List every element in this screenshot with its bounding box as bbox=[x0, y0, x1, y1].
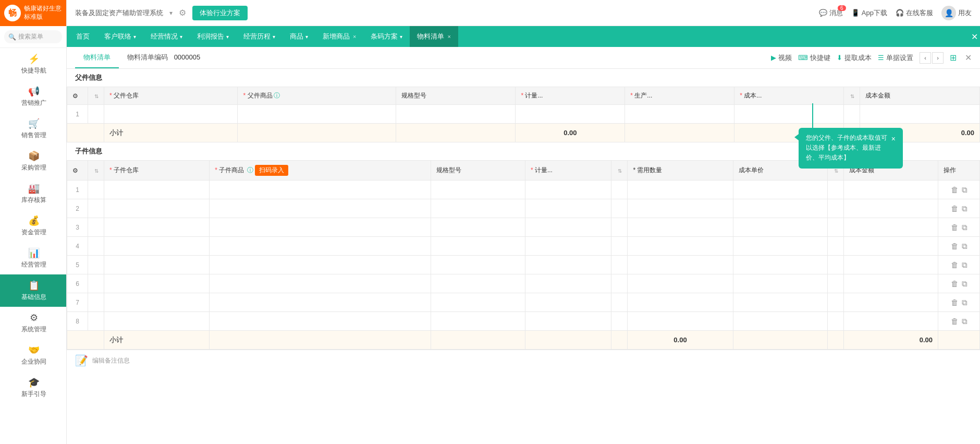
sidebar-item-system[interactable]: ⚙ 系统管理 bbox=[0, 307, 66, 339]
search-input[interactable]: 🔍 搜索菜单 bbox=[4, 30, 62, 43]
bottom-bar-text[interactable]: 编辑备注信息 bbox=[92, 356, 130, 365]
child-row-product-4[interactable] bbox=[210, 237, 431, 256]
prev-btn[interactable]: ‹ bbox=[920, 52, 931, 64]
child-row-warehouse-3[interactable] bbox=[104, 218, 210, 237]
tab-new-product[interactable]: 新增商品 × bbox=[315, 26, 363, 47]
child-row-unit-cost-8[interactable] bbox=[733, 312, 827, 331]
child-row-req-qty-6[interactable] bbox=[628, 274, 733, 293]
child-row-spec-5[interactable] bbox=[431, 256, 525, 274]
sidebar-item-inventory[interactable]: 🏭 库存核算 bbox=[0, 177, 66, 210]
child-row-unit-cost-7[interactable] bbox=[733, 293, 827, 312]
child-row-req-qty-7[interactable] bbox=[628, 293, 733, 312]
extract-cost-action[interactable]: ⬇ 提取成本 bbox=[837, 53, 872, 63]
copy-icon-5[interactable]: ⧉ bbox=[962, 260, 967, 270]
child-row-unit-7[interactable] bbox=[525, 293, 611, 312]
child-row-product-1[interactable] bbox=[210, 181, 431, 199]
child-row-spec-3[interactable] bbox=[431, 218, 525, 237]
close-page-btn[interactable]: ✕ bbox=[965, 53, 972, 63]
child-row-product-3[interactable] bbox=[210, 218, 431, 237]
parent-row-production[interactable] bbox=[625, 105, 734, 124]
child-row-req-qty-4[interactable] bbox=[628, 237, 733, 256]
tab-profit[interactable]: 利润报告 ▾ bbox=[190, 26, 236, 47]
child-row-warehouse-4[interactable] bbox=[104, 237, 210, 256]
online-service-btn[interactable]: 🎧 在线客服 bbox=[896, 8, 933, 18]
child-row-unit-cost-3[interactable] bbox=[733, 218, 827, 237]
tab-products[interactable]: 商品 ▾ bbox=[283, 26, 315, 47]
parent-row-product[interactable] bbox=[238, 105, 396, 124]
experience-btn[interactable]: 体验行业方案 bbox=[192, 6, 248, 20]
child-row-spec-6[interactable] bbox=[431, 274, 525, 293]
child-row-spec-8[interactable] bbox=[431, 312, 525, 331]
tab-barcode[interactable]: 条码方案 ▾ bbox=[363, 26, 410, 47]
tab-new-product-close[interactable]: × bbox=[353, 33, 356, 40]
video-action[interactable]: ▶ 视频 bbox=[771, 53, 792, 63]
child-row-unit-8[interactable] bbox=[525, 312, 611, 331]
child-row-unit-cost-6[interactable] bbox=[733, 274, 827, 293]
close-page-icon[interactable]: ✕ bbox=[971, 32, 978, 42]
child-row-unit-5[interactable] bbox=[525, 256, 611, 274]
search-area[interactable]: 🔍 搜索菜单 bbox=[0, 26, 66, 48]
sub-tab-bom-code[interactable]: 物料清单编码 0000005 bbox=[119, 47, 209, 68]
copy-icon-7[interactable]: ⧉ bbox=[962, 298, 967, 307]
child-row-req-qty-8[interactable] bbox=[628, 312, 733, 331]
sidebar-item-collab[interactable]: 🤝 企业协同 bbox=[0, 339, 66, 371]
tab-history[interactable]: 经营历程 ▾ bbox=[236, 26, 283, 47]
child-row-unit-cost-1[interactable] bbox=[733, 181, 827, 199]
child-row-product-8[interactable] bbox=[210, 312, 431, 331]
delete-icon-6[interactable]: 🗑 bbox=[951, 279, 959, 288]
sidebar-item-marketing[interactable]: 📢 营销推广 bbox=[0, 80, 66, 113]
sidebar-item-basic[interactable]: 📋 基础信息 bbox=[0, 274, 66, 307]
child-row-warehouse-6[interactable] bbox=[104, 274, 210, 293]
parent-row-cost[interactable] bbox=[734, 105, 844, 124]
copy-icon-3[interactable]: ⧉ bbox=[962, 223, 967, 232]
tab-home[interactable]: 首页 bbox=[69, 26, 97, 47]
delete-icon-1[interactable]: 🗑 bbox=[951, 185, 959, 194]
child-row-unit-cost-5[interactable] bbox=[733, 256, 827, 274]
delete-icon-4[interactable]: 🗑 bbox=[951, 242, 959, 250]
child-row-product-2[interactable] bbox=[210, 199, 431, 218]
messages-btn[interactable]: 💬 6 消息 bbox=[819, 8, 843, 18]
single-setup-action[interactable]: ☰ 单据设置 bbox=[878, 53, 913, 63]
child-row-unit-cost-2[interactable] bbox=[733, 199, 827, 218]
child-row-unit-4[interactable] bbox=[525, 237, 611, 256]
parent-th-settings[interactable]: ⚙ bbox=[67, 87, 88, 105]
copy-icon-1[interactable]: ⧉ bbox=[962, 185, 967, 195]
child-row-unit-2[interactable] bbox=[525, 199, 611, 218]
child-row-unit-6[interactable] bbox=[525, 274, 611, 293]
child-row-req-qty-5[interactable] bbox=[628, 256, 733, 274]
delete-icon-8[interactable]: 🗑 bbox=[951, 317, 959, 326]
copy-icon-8[interactable]: ⧉ bbox=[962, 317, 967, 326]
parent-row-unit[interactable] bbox=[516, 105, 625, 124]
child-row-spec-1[interactable] bbox=[431, 181, 525, 199]
child-row-spec-2[interactable] bbox=[431, 199, 525, 218]
child-row-warehouse-5[interactable] bbox=[104, 256, 210, 274]
copy-icon-4[interactable]: ⧉ bbox=[962, 242, 967, 251]
child-row-unit-cost-4[interactable] bbox=[733, 237, 827, 256]
copy-icon-6[interactable]: ⧉ bbox=[962, 279, 967, 289]
child-product-info-icon[interactable]: ⓘ bbox=[247, 166, 253, 174]
shortcut-action[interactable]: ⌨ 快捷键 bbox=[798, 53, 830, 63]
child-row-product-5[interactable] bbox=[210, 256, 431, 274]
child-row-warehouse-2[interactable] bbox=[104, 199, 210, 218]
child-row-req-qty-1[interactable] bbox=[628, 181, 733, 199]
child-row-product-6[interactable] bbox=[210, 274, 431, 293]
parent-row-warehouse[interactable] bbox=[104, 105, 238, 124]
child-row-warehouse-8[interactable] bbox=[104, 312, 210, 331]
child-row-unit-3[interactable] bbox=[525, 218, 611, 237]
delete-icon-2[interactable]: 🗑 bbox=[951, 204, 959, 213]
child-row-warehouse-1[interactable] bbox=[104, 181, 210, 199]
sidebar-item-purchase[interactable]: 📦 采购管理 bbox=[0, 145, 66, 177]
tab-bom-close[interactable]: × bbox=[447, 33, 450, 40]
delete-icon-3[interactable]: 🗑 bbox=[951, 223, 959, 232]
child-row-spec-4[interactable] bbox=[431, 237, 525, 256]
child-row-warehouse-7[interactable] bbox=[104, 293, 210, 312]
tab-bom[interactable]: 物料清单 × bbox=[410, 26, 458, 47]
sidebar-item-operations[interactable]: 📊 经营管理 bbox=[0, 242, 66, 274]
child-row-req-qty-2[interactable] bbox=[628, 199, 733, 218]
app-download-btn[interactable]: 📱 App下载 bbox=[851, 8, 887, 18]
child-row-req-qty-3[interactable] bbox=[628, 218, 733, 237]
child-th-settings[interactable]: ⚙ bbox=[67, 161, 88, 181]
scan-input-btn[interactable]: 扫码录入 bbox=[255, 165, 288, 176]
dropdown-arrow[interactable]: ▾ bbox=[169, 9, 173, 17]
sidebar-item-guide[interactable]: 🎓 新手引导 bbox=[0, 371, 66, 404]
